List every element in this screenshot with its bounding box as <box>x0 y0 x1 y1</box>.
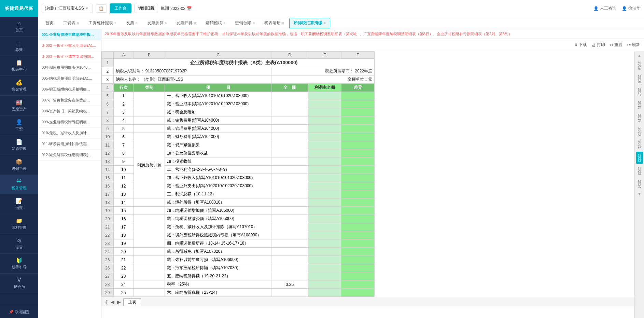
sheet-nav-next[interactable]: ▶ <box>116 299 122 305</box>
row-num-4: 4 <box>102 84 114 92</box>
ai-consult[interactable]: 👤 人工咨询 <box>593 5 616 11</box>
tab-purchase-ledger-close[interactable]: × <box>253 21 255 25</box>
report-item-010[interactable]: 010-免税、减计收入及加计... <box>38 128 101 139</box>
sheet-nav: ⟪ ◀ ▶ <box>104 299 122 305</box>
sheet-nav-first[interactable]: ⟪ <box>104 299 109 305</box>
unpin-label: 取消固定 <box>15 309 30 315</box>
row-num-1: 1 <box>102 59 114 67</box>
year-2016[interactable]: 2016 <box>636 73 643 85</box>
document-btn[interactable]: 📋 <box>96 4 107 13</box>
tab-purchase-check-close[interactable]: × <box>223 21 225 25</box>
year-2018[interactable]: 2018 <box>636 99 643 111</box>
report-item-002[interactable]: ⊗ 002-一般企业收入明细表(A1... <box>38 40 101 51</box>
tab-invoice-issue-close[interactable]: × <box>194 21 196 25</box>
year-nav-up[interactable]: ▲ <box>637 53 642 59</box>
year-2019-1[interactable]: 2019 <box>636 59 643 72</box>
sidebar-item-guide[interactable]: 🔰 新手引导 <box>0 254 38 274</box>
report-item-006[interactable]: 006-职工薪酬纳税调整明细... <box>38 84 101 95</box>
tab-invoice-calc-close[interactable]: × <box>165 21 167 25</box>
tab-invoice-issue[interactable]: 发票开具 × <box>172 18 200 28</box>
company-selector[interactable]: (勿删）江西服宝-LSS ▼ <box>42 4 93 13</box>
tab-salary-close[interactable]: × <box>77 21 79 25</box>
year-nav-down[interactable]: ▼ <box>637 191 642 197</box>
year-2019[interactable]: 2019 <box>636 112 643 124</box>
year-2021[interactable]: 2021 <box>636 138 643 151</box>
sidebar-item-finance[interactable]: 💰 资金管理 <box>0 76 38 96</box>
tab-tax-table[interactable]: 税表清册 × <box>260 18 289 28</box>
sidebar-item-tax[interactable]: 🏛 税务管理 <box>0 175 38 194</box>
sheet-nav-prev[interactable]: ◀ <box>110 299 115 305</box>
table-row: 6 2 减：营业成本(填写A102010\102020\103000) <box>102 100 375 108</box>
toolbar-right: ⬇ 下载 🖨 打印 ↺ 重置 ⟳ 刷新 <box>574 42 640 48</box>
tab-invoice-calc[interactable]: 发票测算 × <box>143 18 171 28</box>
download-btn[interactable]: ⬇ 下载 <box>574 42 587 48</box>
year-2022[interactable]: 2022 <box>636 152 643 164</box>
report-item-012[interactable]: 012-减免所得税优惠明细表(... <box>38 150 101 161</box>
tab-tax-table-close[interactable]: × <box>282 21 284 25</box>
assets-icon: 🏭 <box>16 99 23 106</box>
sidebar-item-ledger[interactable]: ≡ 总账 <box>0 37 38 56</box>
sidebar-item-reports[interactable]: 📋 报表中心 <box>0 56 38 76</box>
sidebar-item-archive[interactable]: 📁 归档管理 <box>0 214 38 234</box>
report-item-009[interactable]: 009-企业所得税附亏损明细... <box>38 117 101 128</box>
sidebar-item-assets[interactable]: 🏭 固定资产 <box>0 96 38 115</box>
table-row: 18 14 减：境外所得（填写A108010） <box>102 198 375 207</box>
report-item-005[interactable]: 005-纳税调整项目明细表(A1... <box>38 73 101 84</box>
report-item-003-label: 003-一般企业成本支出明细... <box>46 54 94 58</box>
archive-icon: 📁 <box>16 218 23 224</box>
tab-invoice[interactable]: 发票 × <box>122 18 142 28</box>
report-item-003[interactable]: ⊗ 003-一般企业成本支出明细... <box>38 51 101 62</box>
tab-purchase-check[interactable]: 进销稽核 × <box>201 18 230 28</box>
print-btn[interactable]: 🖨 打印 <box>592 42 605 48</box>
sidebar-item-member[interactable]: V 畅会员 <box>0 274 38 293</box>
tab-invoice-label: 发票 <box>126 20 134 26</box>
report-item-007[interactable]: 007-广告费和业务宣传费超... <box>38 95 101 106</box>
tab-home[interactable]: 首页 <box>41 18 58 28</box>
report-item-001[interactable]: 001-企业所得税年度纳税申报... <box>38 29 101 40</box>
sidebar-item-settings[interactable]: ⚙ 设置 <box>0 234 38 254</box>
tab-salary-stats-close[interactable]: × <box>114 21 116 25</box>
sheet-tabs-bar: ⟪ ◀ ▶ 主表 <box>101 297 634 306</box>
sidebar-item-finance-label: 资金管理 <box>12 87 27 92</box>
report-item-004[interactable]: 004-期间费用明细表(A1040... <box>38 62 101 73</box>
sidebar-item-settle-label: 结账 <box>15 205 23 210</box>
refresh-btn[interactable]: ⟳ 刷新 <box>627 42 640 48</box>
sidebar-item-guide-label: 新手引导 <box>12 265 27 270</box>
switch-btn[interactable]: 切到旧版 <box>134 4 158 13</box>
report-item-011[interactable]: 011-研发费用加计扣除优惠... <box>38 139 101 150</box>
calendar-icon[interactable]: 📅 <box>187 6 192 11</box>
year-2023[interactable]: 2023 <box>636 165 643 177</box>
sidebar-item-home[interactable]: ⌂ 首页 <box>0 17 38 37</box>
year-2024[interactable]: 2024 <box>636 178 643 190</box>
reset-btn[interactable]: ↺ 重置 <box>610 42 622 48</box>
tab-invoice-close[interactable]: × <box>136 21 138 25</box>
report-item-008[interactable]: 008-资产折旧、摊销及纳税... <box>38 106 101 117</box>
sidebar-item-invoice[interactable]: 📄 发票管理 <box>0 135 38 155</box>
sidebar-item-salary[interactable]: 👤 工资 <box>0 115 38 135</box>
tab-purchase-ledger[interactable]: 进销台账 × <box>230 18 259 28</box>
sidebar-item-archive-label: 归档管理 <box>12 225 27 230</box>
reset-label: 重置 <box>614 42 622 48</box>
tab-tax-calc-close[interactable]: × <box>324 21 326 25</box>
table-row: 19 15 加：纳税调整增加额（填写A105000） <box>102 207 375 215</box>
report-item-005-label: 005-纳税调整项目明细表(A1... <box>42 76 92 80</box>
sidebar-item-settle[interactable]: 📝 结账 <box>0 194 38 214</box>
sidebar-item-invoice-label: 发票管理 <box>12 146 27 151</box>
sidebar-item-home-label: 首页 <box>15 28 23 33</box>
sheet-tab-main[interactable]: 主表 <box>123 298 141 306</box>
tab-salary-stats[interactable]: 工资统计报表 × <box>84 18 121 28</box>
sidebar-item-settings-label: 设置 <box>15 245 23 250</box>
tab-tax-calc[interactable]: 所得税汇算清缴 × <box>289 18 330 28</box>
sidebar-item-purchase[interactable]: 📦 进销台账 <box>0 155 38 175</box>
user-info[interactable]: 👤 徐洁华 <box>622 5 641 11</box>
col-header-num <box>102 52 114 59</box>
tab-salary[interactable]: 工资表 × <box>59 18 83 28</box>
workbench-btn[interactable]: 工作台 <box>110 3 131 13</box>
report-item-012-label: 012-减免所得税优惠明细表(... <box>42 153 91 157</box>
year-2020[interactable]: 2020 <box>636 125 643 138</box>
col-label-leibie: 类别 <box>134 84 165 92</box>
tax-period-value: 2022年度 <box>355 69 372 73</box>
year-nav: ▲ 2019 2016 2017 2018 2019 2020 2021 202… <box>634 51 644 318</box>
unpin-btn[interactable]: 📌 取消固定 <box>0 306 38 318</box>
year-2017[interactable]: 2017 <box>636 86 643 98</box>
